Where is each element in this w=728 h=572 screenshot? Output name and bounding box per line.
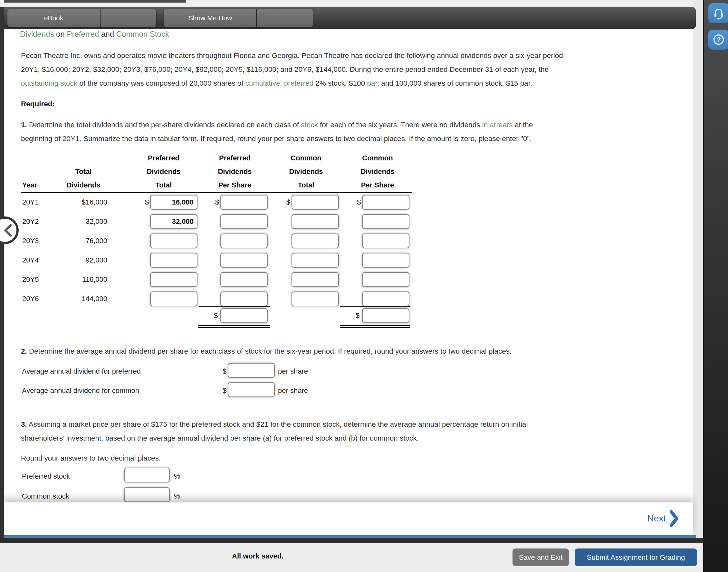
q3-instruction-line-2: shareholders’ investment, based on the a…	[21, 433, 419, 443]
dollar-sign: $	[223, 386, 226, 395]
col-header-year: Year	[22, 181, 38, 189]
ebook-button[interactable]: eBook	[7, 9, 100, 27]
preferred-pershare-input[interactable]	[220, 253, 268, 268]
preferred-pershare-input[interactable]	[220, 291, 268, 306]
pager-panel: Next	[4, 502, 693, 535]
common-pershare-input[interactable]	[362, 253, 410, 268]
dollar-sign: $	[356, 308, 360, 323]
glossary-link[interactable]: outstanding stock	[21, 79, 77, 87]
save-and-exit-button[interactable]: Save and Exit	[512, 549, 569, 566]
preferred-pershare-input[interactable]	[220, 272, 268, 287]
chevron-left-icon	[3, 223, 13, 237]
preferred-pershare-input[interactable]	[220, 195, 268, 210]
preferred-total-input[interactable]	[150, 195, 198, 210]
common-return-input[interactable]	[124, 487, 170, 502]
per-share-suffix: per share	[278, 386, 308, 395]
common-total-input[interactable]	[292, 195, 339, 210]
common-pershare-total-input[interactable]	[362, 308, 410, 323]
preferred-total-input[interactable]	[150, 214, 198, 229]
col-header-preferred-total-3: Total	[136, 181, 191, 189]
q1-text: for each of the six years. There were no…	[318, 121, 482, 129]
show-me-how-button-group: Show Me How	[164, 9, 313, 27]
preferred-return-input[interactable]	[124, 468, 170, 483]
left-edge-bar	[0, 7, 4, 543]
ebook-dropdown-segment	[100, 9, 156, 27]
q1-text: at the	[513, 121, 533, 129]
preferred-total-input[interactable]	[150, 291, 198, 306]
preferred-total-input[interactable]	[150, 272, 198, 287]
total-dividends-value: 76,000	[45, 233, 107, 248]
common-pershare-input[interactable]	[362, 195, 410, 210]
dollar-sign: $	[357, 195, 361, 210]
avg-dividend-common-input[interactable]	[228, 382, 275, 397]
common-pershare-input[interactable]	[362, 214, 410, 229]
submit-assignment-button[interactable]: Submit Assignment for Grading	[575, 549, 697, 566]
title-term: Preferred	[67, 29, 99, 38]
col-header-preferred-pershare-3: Per Share	[207, 181, 262, 189]
col-header-common-total-3: Total	[279, 181, 334, 189]
common-total-input[interactable]	[292, 291, 339, 306]
svg-text:?: ?	[717, 36, 721, 43]
glossary-link[interactable]: stock	[301, 121, 318, 129]
common-total-input[interactable]	[292, 253, 339, 268]
common-total-input[interactable]	[292, 233, 339, 248]
q2-row-label: Average annual dividend for preferred	[22, 367, 141, 375]
preferred-pershare-input[interactable]	[220, 214, 268, 229]
common-total-input[interactable]	[292, 272, 339, 287]
col-header-preferred-total-1: Preferred	[136, 154, 191, 162]
assignment-window: eBook Show Me How Dividends on Preferred…	[0, 0, 728, 572]
problem-line-1: Pecan Theatre Inc. owns and operates mov…	[21, 51, 565, 61]
preferred-pershare-input[interactable]	[220, 233, 268, 248]
title-term: Common Stock	[116, 29, 169, 38]
show-me-how-button[interactable]: Show Me How	[164, 9, 257, 27]
dollar-sign: $	[145, 195, 149, 210]
dollar-sign: $	[223, 367, 226, 375]
q2-instruction: 2. Determine the average annual dividend…	[21, 347, 512, 356]
total-dividends-value: 116,000	[45, 272, 107, 287]
question-mark-icon: ?	[712, 33, 725, 46]
q3-row-label: Common stock	[22, 492, 69, 500]
year-label: 20Y6	[22, 291, 39, 306]
year-label: 20Y2	[22, 214, 39, 229]
table-header-rule	[21, 192, 412, 193]
total-dividends-value: 32,000	[45, 214, 107, 229]
q1-text: Determine the total dividends and the pe…	[27, 121, 301, 129]
year-label: 20Y4	[22, 253, 39, 268]
help-button[interactable]: ?	[708, 29, 728, 50]
show-me-how-dropdown-segment	[257, 9, 313, 27]
common-pershare-input[interactable]	[362, 291, 410, 306]
page-title: Dividends on Preferred and Common Stock	[20, 29, 169, 39]
problem-text: of the company was composed of 20,000 sh…	[77, 79, 245, 87]
common-pershare-input[interactable]	[362, 233, 410, 248]
preferred-total-input[interactable]	[150, 233, 198, 248]
glossary-link[interactable]: in arrears	[482, 121, 513, 129]
q3-text: Assuming a market price per share of $17…	[27, 420, 528, 428]
total-dividends-value: 144,000	[45, 291, 107, 306]
q3-round-note: Round your answers to two decimal places…	[21, 453, 161, 463]
grand-total-rule-common	[340, 325, 411, 328]
common-pershare-input[interactable]	[362, 272, 410, 287]
preferred-total-input[interactable]	[150, 253, 198, 268]
common-total-input[interactable]	[292, 214, 339, 229]
problem-line-3: outstanding stock of the company was com…	[21, 79, 532, 88]
footer-divider-bar	[0, 538, 703, 543]
q3-number: 3.	[21, 420, 27, 428]
problem-text: , and 100,000 shares of common stock, $1…	[377, 79, 532, 87]
q2-number: 2.	[21, 347, 27, 355]
glossary-link[interactable]: par	[367, 79, 377, 87]
glossary-link[interactable]: cumulative, preferred	[245, 79, 313, 87]
support-button[interactable]	[708, 3, 728, 23]
scrollbar-gutter	[693, 0, 703, 543]
q1-instruction-line-1: 1. Determine the total dividends and the…	[21, 120, 533, 130]
next-page-button[interactable]: Next	[647, 510, 679, 527]
col-header-total-dividends-2: Dividends	[56, 181, 111, 189]
title-text: and	[99, 29, 116, 38]
headset-icon	[712, 7, 725, 20]
title-text: on	[54, 29, 67, 38]
avg-dividend-preferred-input[interactable]	[228, 363, 275, 378]
preferred-pershare-total-input[interactable]	[220, 308, 268, 323]
col-header-preferred-pershare-2: Dividends	[207, 167, 262, 176]
required-heading: Required:	[21, 99, 55, 109]
chevron-right-icon	[670, 510, 679, 527]
per-share-suffix: per share	[278, 367, 308, 375]
